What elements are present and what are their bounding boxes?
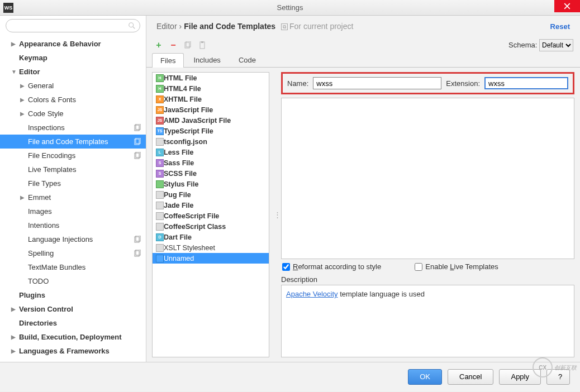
reformat-checkbox[interactable]: Reformat according to style <box>282 262 381 271</box>
search-input[interactable] <box>6 19 140 32</box>
sidebar-item-live-templates[interactable]: Live Templates <box>0 162 146 176</box>
template-item-javascript-file[interactable]: JSJavaScript File <box>153 104 269 115</box>
sidebar-item-textmate-bundles[interactable]: TextMate Bundles <box>0 260 146 274</box>
template-editor[interactable] <box>281 98 574 259</box>
dialog-footer: OK Cancel Apply ? <box>0 362 580 391</box>
tab-includes[interactable]: Includes <box>185 52 229 67</box>
template-item-unnamed[interactable]: Unnamed <box>153 253 269 264</box>
name-label: Name: <box>287 79 308 88</box>
sidebar-item-file-encodings[interactable]: File Encodings <box>0 149 146 162</box>
svg-point-0 <box>129 23 134 27</box>
template-item-typescript-file[interactable]: TSTypeScript File <box>153 126 269 136</box>
tab-code[interactable]: Code <box>230 52 264 67</box>
schema-label: Schema: <box>508 41 537 49</box>
template-item-html-file[interactable]: HHTML File <box>153 73 269 83</box>
extension-label: Extension: <box>446 79 480 88</box>
sidebar-item-directories[interactable]: Directories <box>0 316 146 330</box>
remove-template-button[interactable]: − <box>168 40 179 51</box>
sidebar-item-emmet[interactable]: ▶Emmet <box>0 190 146 204</box>
template-item-html4-file[interactable]: HHTML4 File <box>153 83 269 94</box>
window-title: Settings <box>277 3 303 12</box>
sidebar-item-todo[interactable]: TODO <box>0 274 146 288</box>
template-item-jade-file[interactable]: Jade File <box>153 200 269 211</box>
sidebar-item-keymap[interactable]: Keymap <box>0 51 146 65</box>
template-extension-input[interactable] <box>484 77 568 89</box>
svg-line-1 <box>133 27 135 29</box>
scope-icon: ⧉ <box>281 23 288 30</box>
description-label: Description <box>281 274 574 285</box>
template-item-coffeescript-class[interactable]: CoffeeScript Class <box>153 221 269 232</box>
close-button[interactable] <box>554 0 580 12</box>
enable-live-templates-checkbox[interactable]: Enable Live Templates <box>415 262 498 271</box>
template-item-dart-file[interactable]: DDart File <box>153 232 269 242</box>
sidebar-item-language-injections[interactable]: Language Injections <box>0 232 146 246</box>
sidebar-item-build-execution-deployment[interactable]: ▶Build, Execution, Deployment <box>0 330 146 344</box>
template-name-input[interactable] <box>313 77 441 89</box>
sidebar-item-code-style[interactable]: ▶Code Style <box>0 107 146 121</box>
resize-grip[interactable] <box>274 72 277 357</box>
template-toolbar: + − Schema: Default <box>146 37 580 54</box>
template-item-less-file[interactable]: LLess File <box>153 147 269 157</box>
watermark: CX 创新互联 <box>533 357 577 377</box>
template-item-scss-file[interactable]: SSCSS File <box>153 168 269 179</box>
tab-files[interactable]: Files <box>152 53 184 68</box>
sidebar-item-version-control[interactable]: ▶Version Control <box>0 302 146 316</box>
copy-template-button[interactable] <box>182 40 193 51</box>
sidebar-item-languages-frameworks[interactable]: ▶Languages & Frameworks <box>0 344 146 358</box>
template-item-stylus-file[interactable]: Stylus File <box>153 179 269 189</box>
template-tabs: FilesIncludesCode <box>146 52 580 68</box>
settings-sidebar: ▶Appearance & BehaviorKeymap▼Editor▶Gene… <box>0 16 146 362</box>
sidebar-item-images[interactable]: Images <box>0 204 146 218</box>
sidebar-item-colors-fonts[interactable]: ▶Colors & Fonts <box>0 93 146 107</box>
template-item-pug-file[interactable]: Pug File <box>153 189 269 200</box>
template-item-amd-javascript-file[interactable]: JSAMD JavaScript File <box>153 115 269 126</box>
reset-link[interactable]: Reset <box>550 22 570 31</box>
settings-tree[interactable]: ▶Appearance & BehaviorKeymap▼Editor▶Gene… <box>0 36 146 362</box>
window-titlebar: WS Settings <box>0 0 580 16</box>
template-item-sass-file[interactable]: SSass File <box>153 157 269 168</box>
template-item-xslt-stylesheet[interactable]: XSLT Stylesheet <box>153 242 269 253</box>
breadcrumb: Editor›File and Code Templates ⧉For curr… <box>156 22 550 31</box>
sidebar-item-editor[interactable]: ▼Editor <box>0 65 146 79</box>
template-item-coffeescript-file[interactable]: CoffeeScript File <box>153 211 269 221</box>
sidebar-item-general[interactable]: ▶General <box>0 79 146 93</box>
template-item-xhtml-file[interactable]: XXHTML File <box>153 94 269 104</box>
sidebar-item-appearance-behavior[interactable]: ▶Appearance & Behavior <box>0 37 146 51</box>
svg-rect-15 <box>201 41 203 43</box>
sidebar-item-file-types[interactable]: File Types <box>0 176 146 190</box>
sidebar-item-intentions[interactable]: Intentions <box>0 218 146 232</box>
ok-button[interactable]: OK <box>408 369 442 385</box>
add-template-button[interactable]: + <box>153 40 164 51</box>
name-extension-highlight: Name: Extension: <box>281 72 574 94</box>
app-icon: WS <box>3 3 13 13</box>
sidebar-item-plugins[interactable]: Plugins <box>0 288 146 302</box>
description-box: Apache Velocity template language is use… <box>281 285 574 357</box>
apache-velocity-link[interactable]: Apache Velocity <box>286 290 338 298</box>
paste-template-button[interactable] <box>197 40 208 51</box>
search-icon <box>128 22 136 30</box>
template-item-tsconfig-json[interactable]: tsconfig.json <box>153 136 269 147</box>
template-list[interactable]: HHTML FileHHTML4 FileXXHTML FileJSJavaSc… <box>152 72 269 357</box>
sidebar-item-inspections[interactable]: Inspections <box>0 121 146 135</box>
sidebar-item-file-and-code-templates[interactable]: File and Code Templates <box>0 135 146 149</box>
cancel-button[interactable]: Cancel <box>448 369 493 385</box>
sidebar-item-spelling[interactable]: Spelling <box>0 246 146 260</box>
schema-select[interactable]: Default <box>539 39 573 51</box>
